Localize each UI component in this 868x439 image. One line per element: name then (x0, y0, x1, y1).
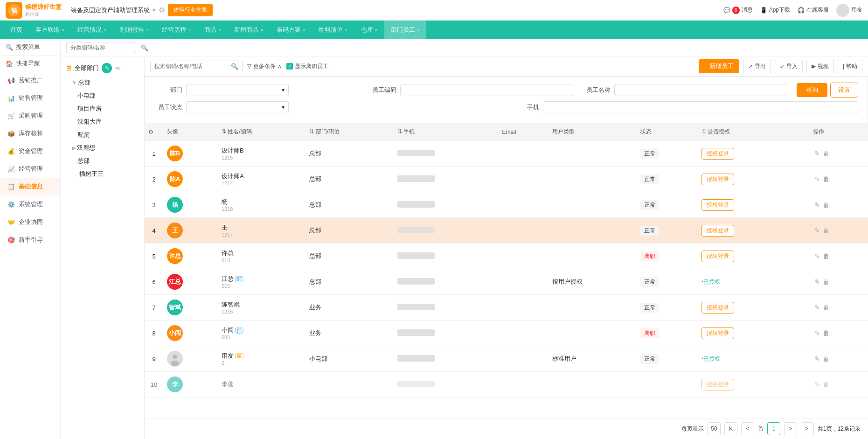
tab-goods[interactable]: 商品 × (198, 21, 228, 39)
close-icon[interactable]: × (375, 27, 378, 33)
edit-btn[interactable]: ✎ (814, 278, 820, 286)
tab-home[interactable]: 首页 (4, 21, 29, 39)
edit-btn[interactable]: ✎ (814, 175, 820, 183)
query-btn[interactable]: 查询 (797, 83, 827, 97)
dept-search-input[interactable] (66, 42, 136, 53)
dept-group-head[interactable]: ▼ 总部 (68, 76, 140, 89)
emp-name-input[interactable] (614, 84, 787, 96)
sidebar-item-marketing[interactable]: 📢 营销推广 (0, 71, 60, 89)
row-auth[interactable]: 授权登录 (698, 321, 792, 346)
auth-btn[interactable]: 授权登录 (701, 225, 734, 237)
delete-btn[interactable]: 🗑 (823, 227, 829, 234)
search-box[interactable]: 🔍 (150, 61, 243, 72)
delete-btn[interactable]: 🗑 (823, 304, 829, 311)
auth-btn[interactable]: 授权登录 (701, 251, 734, 262)
close-icon[interactable]: × (188, 27, 191, 33)
row-auth[interactable]: 授权登录 (698, 192, 792, 218)
edit-btn[interactable]: ✎ (814, 227, 820, 234)
phone-input[interactable] (543, 101, 859, 113)
delete-btn[interactable]: 🗑 (823, 381, 829, 388)
dept-item-project[interactable]: 项目库房 (68, 102, 140, 115)
trial-btn[interactable]: 体验行业方案 (168, 4, 213, 16)
row-auth[interactable]: 授权登录 (698, 295, 792, 321)
per-page-select[interactable]: 50 (708, 422, 721, 435)
show-dimission-checkbox[interactable]: ✓ (286, 63, 293, 70)
auth-btn[interactable]: 授权登录 (701, 174, 734, 185)
user-menu[interactable]: 用友 (836, 4, 862, 17)
edit-btn[interactable]: ✎ (814, 355, 820, 362)
settings-icon[interactable]: ⚙ (159, 6, 165, 14)
sidebar-item-collab[interactable]: 🤝 企业协同 (0, 213, 60, 231)
dept-item-chashuwang[interactable]: 插树王三 (68, 167, 140, 181)
sidebar-item-purchase[interactable]: 🛒 采购管理 (0, 107, 60, 125)
dept-item-shenyang[interactable]: 沈阳大库 (68, 115, 140, 128)
close-icon[interactable]: × (345, 27, 347, 33)
delete-btn[interactable]: 🗑 (823, 175, 829, 183)
sidebar-item-nav[interactable]: 🏠 快捷导航 (0, 56, 60, 71)
edit-btn[interactable]: ✎ (814, 252, 820, 260)
close-icon[interactable]: × (104, 27, 106, 33)
col-settings[interactable]: ⚙ (145, 123, 163, 141)
online-service-btn[interactable]: 🎧 在线客服 (798, 6, 829, 14)
emp-code-input[interactable] (400, 84, 573, 96)
dept-group-shuanglu[interactable]: ▶ 双鹿想 (68, 141, 140, 154)
delete-btn[interactable]: 🗑 (823, 329, 829, 337)
delete-btn[interactable]: 🗑 (823, 150, 829, 157)
sidebar-item-sales[interactable]: 📊 销售管理 (0, 89, 60, 107)
tab-barcode[interactable]: 条码方案 × (270, 21, 312, 39)
edit-btn[interactable]: ✎ (814, 201, 820, 209)
row-auth[interactable]: 授权登录 (698, 218, 792, 244)
sidebar-item-system[interactable]: ⚙️ 系统管理 (0, 195, 60, 213)
current-page[interactable]: 1 (767, 422, 780, 435)
close-icon[interactable]: × (417, 27, 420, 33)
auth-btn[interactable]: 授权登录 (701, 199, 734, 211)
app-download-btn[interactable]: 📱 App下载 (760, 6, 790, 14)
dept-select[interactable]: ▾ (186, 84, 289, 96)
show-dimission-filter[interactable]: ✓ 显示离职员工 (286, 63, 328, 70)
col-name-code[interactable]: ⇅ 姓名/编码 (218, 123, 306, 141)
search-input[interactable] (154, 63, 229, 70)
dept-item-delivery[interactable]: 配货 (68, 128, 140, 141)
tab-customer[interactable]: 客户联络 × (29, 21, 71, 39)
delete-btn[interactable]: 🗑 (823, 355, 829, 362)
close-icon[interactable]: × (218, 27, 221, 33)
edit-btn[interactable]: ✎ (814, 304, 820, 311)
auth-btn[interactable]: 授权登录 (701, 302, 734, 314)
dept-item-headquarters[interactable]: 总部 (68, 154, 140, 167)
sidebar-item-base-info[interactable]: 📋 基础信息 (0, 178, 60, 195)
close-icon[interactable]: × (260, 27, 263, 33)
edit-btn[interactable]: ✎ (814, 381, 820, 388)
tab-bom[interactable]: 物料清单 × (312, 21, 354, 39)
prev-page-btn[interactable]: < (741, 422, 754, 435)
reset-btn[interactable]: 设置 (830, 83, 858, 98)
add-employee-btn[interactable]: + 新增员工 (699, 59, 739, 73)
row-auth[interactable]: 授权登录 (698, 244, 792, 269)
close-icon[interactable]: × (62, 27, 64, 33)
export-btn[interactable]: ↗ 导出 (743, 60, 771, 73)
auth-btn[interactable]: 授权登录 (701, 148, 734, 160)
help-btn[interactable]: | 帮助 (838, 60, 862, 73)
more-conditions-btn[interactable]: ▽ 更多条件 ∧ (247, 63, 282, 70)
col-phone[interactable]: ⇅ 手机 (394, 123, 498, 141)
message-btn[interactable]: 💬 6 消息 (723, 6, 753, 14)
tab-department[interactable]: 部门员工 × (384, 21, 426, 39)
delete-btn[interactable]: 🗑 (823, 252, 829, 260)
first-page-btn[interactable]: K (724, 422, 737, 435)
row-auth[interactable]: 授权登录 (698, 167, 792, 192)
tab-profit[interactable]: 利润报告 × (113, 21, 155, 39)
dept-search-btn[interactable]: 🔍 (141, 44, 148, 51)
tab-history[interactable]: 经营历程 × (155, 21, 197, 39)
auth-btn[interactable]: 授权登录 (701, 379, 734, 390)
row-auth[interactable]: 授权登录 (698, 372, 792, 397)
sidebar-item-finance[interactable]: 💰 资金管理 (0, 142, 60, 160)
row-auth[interactable]: 授权登录 (698, 141, 792, 167)
tab-warehouse[interactable]: 仓库 × (354, 21, 384, 39)
sidebar-item-search[interactable]: 🔍 搜索菜单 (0, 39, 60, 56)
close-icon[interactable]: × (146, 27, 149, 33)
edit-btn[interactable]: ✎ (814, 150, 820, 157)
sidebar-item-guide[interactable]: 🎯 新手引导 (0, 231, 60, 249)
sidebar-item-management[interactable]: 📈 经营管理 (0, 160, 60, 178)
emp-status-select[interactable]: ▾ (186, 101, 289, 113)
sidebar-item-inventory[interactable]: 📦 库存核算 (0, 125, 60, 142)
delete-btn[interactable]: 🗑 (823, 201, 829, 209)
